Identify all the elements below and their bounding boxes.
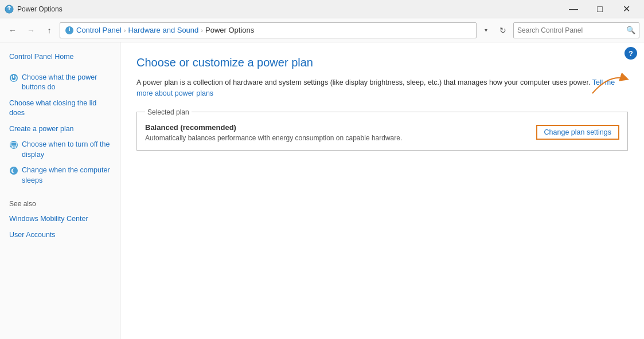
sidebar: Control Panel Home Choose what the power… xyxy=(0,42,120,339)
content-description: A power plan is a collection of hardware… xyxy=(136,77,628,99)
display-icon xyxy=(9,140,18,149)
content-desc-text: A power plan is a collection of hardware… xyxy=(136,78,590,86)
address-bar: ← → ↑ Control Panel › Hardware and Sound… xyxy=(0,18,644,42)
breadcrumb-sep-1: › xyxy=(124,27,126,34)
help-button[interactable]: ? xyxy=(625,47,637,60)
back-button[interactable]: ← xyxy=(5,22,21,38)
plan-fieldset: Selected plan Balanced (recommended) Aut… xyxy=(136,108,628,151)
address-path: Control Panel › Hardware and Sound › Pow… xyxy=(60,22,477,38)
content-area: ? Choose or customize a power plan A pow… xyxy=(120,42,644,339)
breadcrumb-sep-2: › xyxy=(201,27,203,34)
plan-desc: Automatically balances performance with … xyxy=(145,134,402,142)
plan-name: Balanced (recommended) xyxy=(145,123,402,132)
window-title: Power Options xyxy=(17,5,560,13)
plan-info: Balanced (recommended) Automatically bal… xyxy=(145,123,402,142)
breadcrumb-control-panel[interactable]: Control Panel xyxy=(76,26,122,34)
close-button[interactable]: ✕ xyxy=(613,0,639,18)
minimize-button[interactable]: — xyxy=(560,0,587,18)
sidebar-item-user-accounts[interactable]: User Accounts xyxy=(9,227,111,243)
sidebar-item-computer-sleeps[interactable]: Change when the computer sleeps xyxy=(0,163,120,188)
breadcrumb-power-options: Power Options xyxy=(205,26,254,34)
see-also-title: See also xyxy=(9,200,111,208)
up-button[interactable]: ↑ xyxy=(41,22,57,38)
change-plan-button[interactable]: Change plan settings xyxy=(536,125,619,140)
title-bar: Power Options — □ ✕ xyxy=(0,0,644,18)
arrow-annotation xyxy=(587,68,633,96)
sidebar-item-closing-lid[interactable]: Choose what closing the lid does xyxy=(0,96,120,121)
breadcrumb-hardware-sound[interactable]: Hardware and Sound xyxy=(128,26,198,34)
forward-button[interactable]: → xyxy=(23,22,39,38)
app-icon xyxy=(5,5,14,14)
sidebar-item-create-plan[interactable]: Create a power plan xyxy=(0,121,120,137)
sidebar-item-windows-mobility[interactable]: Windows Mobility Center xyxy=(9,211,111,227)
sidebar-item-power-buttons[interactable]: Choose what the power buttons do xyxy=(0,70,120,96)
search-box: 🔍 xyxy=(513,22,639,38)
power-buttons-icon xyxy=(9,73,18,82)
address-dropdown-button[interactable]: ▾ xyxy=(479,22,493,38)
window-controls: — □ ✕ xyxy=(560,0,639,18)
sleep-icon xyxy=(9,166,18,175)
plan-legend: Selected plan xyxy=(145,108,192,116)
refresh-button[interactable]: ↻ xyxy=(495,22,511,38)
svg-point-9 xyxy=(10,167,18,175)
page-title: Choose or customize a power plan xyxy=(136,56,628,69)
svg-rect-3 xyxy=(13,75,14,78)
search-icon-button[interactable]: 🔍 xyxy=(626,26,635,34)
sidebar-item-home[interactable]: Control Panel Home xyxy=(0,49,120,65)
plan-row: Balanced (recommended) Automatically bal… xyxy=(145,123,619,142)
sidebar-item-turn-off-display[interactable]: Choose when to turn off the display xyxy=(0,137,120,163)
path-icon xyxy=(65,26,74,35)
see-also-section: See also Windows Mobility Center User Ac… xyxy=(0,200,120,243)
maximize-button[interactable]: □ xyxy=(587,0,613,18)
search-input[interactable] xyxy=(517,26,626,34)
main-layout: Control Panel Home Choose what the power… xyxy=(0,42,644,339)
